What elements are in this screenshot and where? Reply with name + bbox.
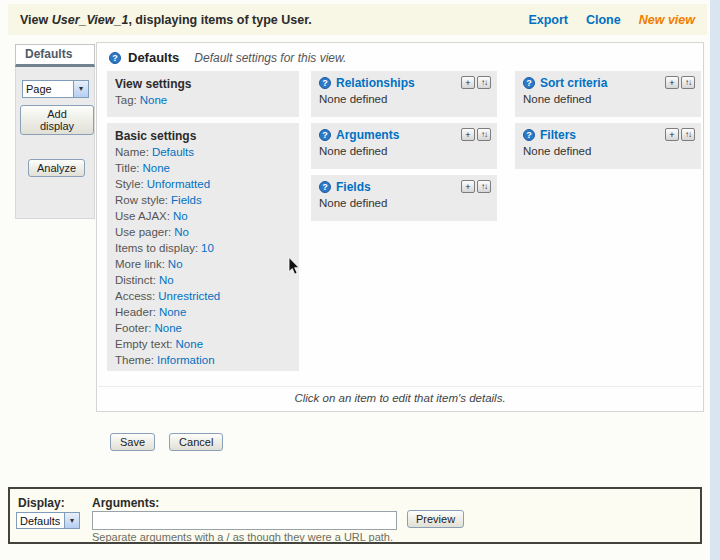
filters-title-link[interactable]: Filters bbox=[540, 128, 576, 142]
relationships-panel: ? Relationships + ↑↓ None defined bbox=[311, 71, 497, 117]
setting-row: Name:Defaults bbox=[115, 144, 291, 160]
setting-value-link[interactable]: None bbox=[154, 322, 182, 334]
new-view-link[interactable]: New view bbox=[639, 13, 695, 27]
add-sort-button[interactable]: + bbox=[665, 76, 679, 89]
tab-defaults[interactable]: Defaults bbox=[15, 44, 95, 67]
sort-criteria-empty-text: None defined bbox=[523, 93, 693, 105]
setting-label: Title: bbox=[115, 162, 140, 174]
basic-settings-box: Basic settings Name:Defaults Title:None … bbox=[107, 123, 299, 371]
setting-value-link[interactable]: None bbox=[176, 338, 204, 350]
arguments-empty-text: None defined bbox=[319, 145, 489, 157]
fields-panel: ? Fields + ↑↓ None defined bbox=[311, 175, 497, 221]
setting-value-link[interactable]: No bbox=[174, 226, 189, 238]
setting-label: Empty text: bbox=[115, 338, 173, 350]
rearrange-relationships-button[interactable]: ↑↓ bbox=[477, 76, 491, 89]
rearrange-arguments-button[interactable]: ↑↓ bbox=[477, 128, 491, 141]
add-field-button[interactable]: + bbox=[461, 180, 475, 193]
section-title: Defaults bbox=[128, 50, 179, 65]
setting-value-link[interactable]: No bbox=[159, 274, 174, 286]
setting-value-link[interactable]: Fields bbox=[171, 194, 202, 206]
setting-row: Footer:None bbox=[115, 320, 291, 336]
add-display-button[interactable]: Add display bbox=[20, 105, 94, 135]
preview-arguments-input[interactable] bbox=[92, 511, 397, 530]
setting-label: More link: bbox=[115, 258, 165, 270]
add-relationship-button[interactable]: + bbox=[461, 76, 475, 89]
arguments-panel: ? Arguments + ↑↓ None defined bbox=[311, 123, 497, 169]
setting-row: Items to display:10 bbox=[115, 240, 291, 256]
setting-value-link[interactable]: No bbox=[173, 210, 188, 222]
sort-criteria-panel: ? Sort criteria + ↑↓ None defined bbox=[515, 71, 701, 117]
section-subtitle: Default settings for this view. bbox=[194, 51, 346, 65]
view-settings-box: View settings Tag:None bbox=[107, 71, 299, 117]
setting-label: Distinct: bbox=[115, 274, 156, 286]
setting-value-link[interactable]: None bbox=[143, 162, 171, 174]
selected-display-type: Page bbox=[23, 81, 73, 97]
rearrange-filters-button[interactable]: ↑↓ bbox=[681, 128, 695, 141]
setting-value-link[interactable]: Defaults bbox=[152, 146, 194, 158]
filters-panel: ? Filters + ↑↓ None defined bbox=[515, 123, 701, 169]
preview-display-select[interactable]: Defaults ▾ bbox=[16, 512, 80, 529]
page-title: View User_View_1, displaying items of ty… bbox=[20, 13, 312, 27]
setting-row: Style:Unformatted bbox=[115, 176, 291, 192]
cancel-button[interactable]: Cancel bbox=[169, 433, 223, 451]
column-right: ? Sort criteria + ↑↓ None defined ? Filt… bbox=[515, 71, 701, 175]
page-right-gutter bbox=[710, 0, 720, 560]
setting-row: More link:No bbox=[115, 256, 291, 272]
setting-label: Style: bbox=[115, 178, 144, 190]
arguments-label: Arguments: bbox=[92, 496, 159, 510]
clone-link[interactable]: Clone bbox=[586, 13, 621, 27]
view-name: User_View_1 bbox=[52, 13, 129, 27]
add-filter-button[interactable]: + bbox=[665, 128, 679, 141]
setting-row: Empty text:None bbox=[115, 336, 291, 352]
add-display-type-select[interactable]: Page ▾ bbox=[22, 80, 89, 98]
help-icon[interactable]: ? bbox=[109, 52, 121, 64]
setting-row: Theme:Information bbox=[115, 352, 291, 368]
setting-label: Footer: bbox=[115, 322, 151, 334]
relationships-title-link[interactable]: Relationships bbox=[336, 76, 415, 90]
display-controls-sidebar: Page ▾ Add display Analyze bbox=[15, 67, 95, 219]
arguments-title-link[interactable]: Arguments bbox=[336, 128, 399, 142]
preview-button[interactable]: Preview bbox=[407, 510, 464, 528]
help-icon[interactable]: ? bbox=[319, 129, 331, 141]
setting-row: Row style:Fields bbox=[115, 192, 291, 208]
help-icon[interactable]: ? bbox=[523, 77, 535, 89]
rearrange-sorts-button[interactable]: ↑↓ bbox=[681, 76, 695, 89]
edit-hint-text: Click on an item to edit that item's det… bbox=[98, 386, 702, 411]
sort-criteria-title-link[interactable]: Sort criteria bbox=[540, 76, 607, 90]
help-icon[interactable]: ? bbox=[319, 181, 331, 193]
setting-value-link[interactable]: 10 bbox=[201, 242, 214, 254]
view-editor-panel: ? Defaults Default settings for this vie… bbox=[96, 42, 704, 412]
setting-value-link[interactable]: Unrestricted bbox=[158, 290, 220, 302]
fields-empty-text: None defined bbox=[319, 197, 489, 209]
setting-label: Name: bbox=[115, 146, 149, 158]
form-actions: Save Cancel bbox=[110, 433, 223, 451]
analyze-button[interactable]: Analyze bbox=[28, 159, 85, 177]
setting-label: Items to display: bbox=[115, 242, 198, 254]
fields-title-link[interactable]: Fields bbox=[336, 180, 371, 194]
setting-value-link[interactable]: No bbox=[168, 258, 183, 270]
add-argument-button[interactable]: + bbox=[461, 128, 475, 141]
help-icon[interactable]: ? bbox=[319, 77, 331, 89]
setting-value-link[interactable]: Information bbox=[157, 354, 215, 366]
section-header: ? Defaults Default settings for this vie… bbox=[97, 43, 703, 68]
setting-label: Row style: bbox=[115, 194, 168, 206]
setting-label: Access: bbox=[115, 290, 155, 302]
export-link[interactable]: Export bbox=[528, 13, 568, 27]
setting-value-link[interactable]: None bbox=[140, 94, 168, 106]
setting-row: Use pager:No bbox=[115, 224, 291, 240]
view-settings-title: View settings bbox=[115, 76, 291, 92]
help-icon[interactable]: ? bbox=[523, 129, 535, 141]
setting-row: Tag:None bbox=[115, 92, 291, 108]
setting-label: Use AJAX: bbox=[115, 210, 170, 222]
arguments-help-text: Separate arguments with a / as though th… bbox=[92, 531, 393, 543]
setting-value-link[interactable]: None bbox=[159, 306, 187, 318]
filters-empty-text: None defined bbox=[523, 145, 693, 157]
save-button[interactable]: Save bbox=[110, 433, 155, 451]
setting-row: Header:None bbox=[115, 304, 291, 320]
setting-row: Distinct:No bbox=[115, 272, 291, 288]
setting-label: Use pager: bbox=[115, 226, 171, 238]
setting-label: Tag: bbox=[115, 94, 137, 106]
header-links: Export Clone New view bbox=[528, 13, 695, 27]
setting-value-link[interactable]: Unformatted bbox=[147, 178, 210, 190]
rearrange-fields-button[interactable]: ↑↓ bbox=[477, 180, 491, 193]
